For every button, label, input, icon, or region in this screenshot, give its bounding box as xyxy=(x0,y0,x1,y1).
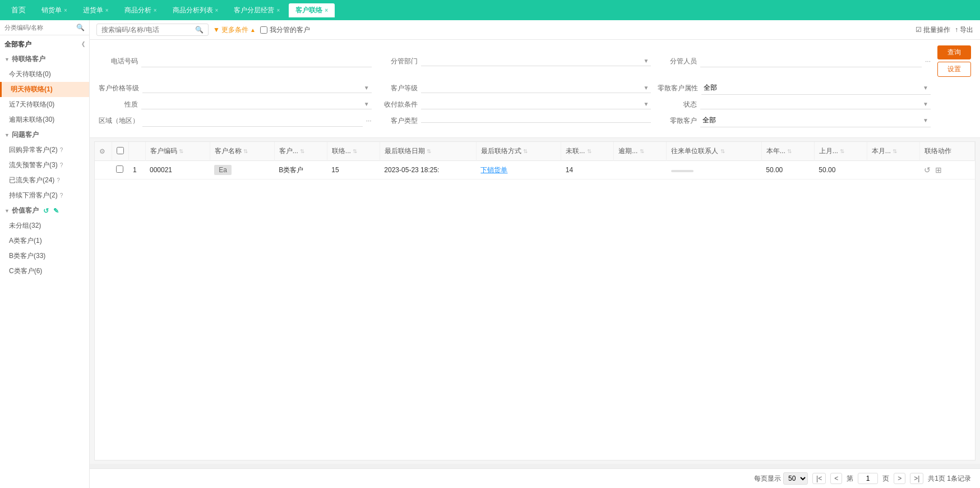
search-icon[interactable]: 🔍 xyxy=(76,24,85,31)
more-icon[interactable]: ··· xyxy=(925,57,931,65)
nav-tab-goods-analysis[interactable]: 商品分析 × xyxy=(118,3,164,17)
search-icon[interactable]: 🔍 xyxy=(195,26,204,34)
sidebar-item-churned[interactable]: 已流失客户(24) ? xyxy=(0,173,89,188)
close-icon[interactable]: × xyxy=(325,7,328,13)
sidebar-item-overdue-contact[interactable]: 逾期未联络(30) xyxy=(0,112,89,127)
sidebar-group-problem[interactable]: 问题客户 xyxy=(0,127,89,142)
sidebar-search-input[interactable] xyxy=(4,24,74,31)
row-checkbox[interactable] xyxy=(116,165,123,173)
settings-icon[interactable]: ⚙ xyxy=(99,148,105,155)
retail-attr-select[interactable]: 全部 ▼ xyxy=(701,81,931,95)
nav-tab-sales[interactable]: 销货单 × xyxy=(35,3,74,17)
search-input[interactable] xyxy=(101,26,193,34)
status-select[interactable]: ▼ xyxy=(700,99,931,109)
grid-action-icon[interactable]: ⊞ xyxy=(935,165,942,174)
close-icon[interactable]: × xyxy=(105,7,109,13)
my-customers-checkbox[interactable] xyxy=(260,26,267,34)
more-conditions-button[interactable]: ▼ 更多条件 ▲ xyxy=(213,25,256,35)
prev-page-button[interactable]: < xyxy=(830,473,842,484)
nature-select[interactable]: ▼ xyxy=(141,99,372,109)
sidebar-item-churn-warning[interactable]: 流失预警客户(3) ? xyxy=(0,158,89,173)
page-size-select[interactable]: 50 xyxy=(783,472,808,485)
my-customers-checkbox-area[interactable]: 我分管的客户 xyxy=(260,25,310,35)
phone-field: 电话号码 xyxy=(99,56,372,67)
chevron-down-icon: ▼ xyxy=(923,85,928,91)
sort-icon[interactable]: ⇅ xyxy=(243,148,248,154)
edit-action-icon[interactable]: ↺ xyxy=(924,165,931,174)
close-icon[interactable]: × xyxy=(154,7,157,13)
more-icon[interactable]: ··· xyxy=(366,117,372,125)
payment-select[interactable]: ▼ xyxy=(421,99,651,109)
settings-col-header: ⚙ xyxy=(95,142,112,161)
col-overdue-header: 逾期... ⇅ xyxy=(614,142,667,161)
price-grade-select[interactable]: ▼ xyxy=(142,83,372,93)
sort-icon[interactable]: ⇅ xyxy=(787,148,792,154)
close-icon[interactable]: × xyxy=(276,7,280,13)
nav-tab-purchase[interactable]: 进货单 × xyxy=(76,3,115,17)
sort-icon[interactable]: ⇅ xyxy=(720,148,725,154)
horizontal-scrollbar[interactable] xyxy=(90,464,980,468)
sort-icon[interactable]: ⇅ xyxy=(353,148,357,154)
col-last-contact-date-header: 最后联络日期 ⇅ xyxy=(380,142,476,161)
sidebar-item-repurchase-anomaly[interactable]: 回购异常客户(2) ? xyxy=(0,142,89,158)
sidebar-group-pending[interactable]: 待联络客户 xyxy=(0,52,89,67)
phone-input[interactable] xyxy=(141,56,372,67)
sidebar-item-7days-pending[interactable]: 近7天待联络(0) xyxy=(0,97,89,112)
chevron-down-icon: ▼ xyxy=(364,101,369,107)
retail-customer-label: 零散客户 xyxy=(658,116,697,126)
sort-icon[interactable]: ⇅ xyxy=(840,148,844,154)
sort-icon[interactable]: ⇅ xyxy=(893,148,897,154)
sidebar-item-ungrouped[interactable]: 未分组(32) xyxy=(0,218,89,233)
customer-grade-select[interactable]: ▼ xyxy=(421,83,651,93)
sort-icon[interactable]: ⇅ xyxy=(587,148,591,154)
sidebar-item-tomorrow-pending[interactable]: 明天待联络(1) xyxy=(0,82,89,97)
nav-tab-customer-layer[interactable]: 客户分层经营 × xyxy=(227,3,286,17)
sort-icon[interactable]: ⇅ xyxy=(640,148,644,154)
collapse-icon[interactable]: 《 xyxy=(78,40,85,49)
edit-icon[interactable]: ✎ xyxy=(53,207,59,215)
page-number-input[interactable]: 1 xyxy=(858,473,878,484)
col-name-header: 客户名称 ⇅ xyxy=(210,142,274,161)
dept-select[interactable]: ▼ xyxy=(421,56,651,66)
close-icon[interactable]: × xyxy=(64,7,67,13)
index-cell: 1 xyxy=(128,161,145,179)
help-icon: ? xyxy=(60,147,63,153)
nav-tab-goods-list[interactable]: 商品分析列表 × xyxy=(166,3,225,17)
area-input[interactable] xyxy=(142,115,363,127)
sort-icon[interactable]: ⇅ xyxy=(523,148,528,154)
sidebar-item-class-c[interactable]: C类客户(6) xyxy=(0,264,89,279)
customer-type-select[interactable] xyxy=(421,119,651,123)
col-index xyxy=(128,142,145,161)
query-button[interactable]: 查询 xyxy=(937,45,971,59)
sort-icon[interactable]: ⇅ xyxy=(300,148,304,154)
sidebar-item-declining[interactable]: 持续下滑客户(2) ? xyxy=(0,188,89,203)
status-field: 状态 ▼ xyxy=(658,99,931,109)
nav-tab-customer-contact[interactable]: 客户联络 × xyxy=(289,3,335,17)
refresh-icon[interactable]: ↺ xyxy=(43,207,49,215)
filter-row-1: 电话号码 分管部门 ▼ 分管人员 ··· 查询 设置 xyxy=(99,45,971,77)
close-icon[interactable]: × xyxy=(215,7,219,13)
export-button[interactable]: ↑ 导出 xyxy=(955,25,973,35)
retail-customer-select[interactable]: 全部 ▼ xyxy=(700,114,931,127)
sidebar-item-today-pending[interactable]: 今天待联络(0) xyxy=(0,67,89,82)
contact-method-link[interactable]: 下销货单 xyxy=(480,166,507,174)
select-all-checkbox[interactable] xyxy=(117,147,124,154)
person-input[interactable] xyxy=(700,56,922,67)
sort-icon[interactable]: ⇅ xyxy=(179,148,183,154)
sidebar-group-value[interactable]: 价值客户 ↺ ✎ xyxy=(0,203,89,218)
batch-operation-button[interactable]: ☑ 批量操作 xyxy=(916,25,950,35)
this-month-cell xyxy=(867,161,919,179)
reset-button[interactable]: 设置 xyxy=(937,62,971,77)
sidebar-item-class-b[interactable]: B类客户(33) xyxy=(0,248,89,264)
customer-type-field: 客户类型 xyxy=(378,116,651,126)
chevron-up-icon: ▲ xyxy=(250,27,256,33)
sidebar-search-area: 🔍 xyxy=(0,20,89,35)
sidebar-item-class-a[interactable]: A类客户(1) xyxy=(0,233,89,248)
first-page-button[interactable]: |< xyxy=(812,473,826,484)
col-contact-person-header: 往来单位联系人 ⇅ xyxy=(667,142,761,161)
nav-home[interactable]: 首页 xyxy=(4,3,33,17)
sort-icon[interactable]: ⇅ xyxy=(427,148,431,154)
status-label: 状态 xyxy=(658,100,697,109)
next-page-button[interactable]: > xyxy=(894,473,905,484)
last-page-button[interactable]: >| xyxy=(910,473,923,484)
